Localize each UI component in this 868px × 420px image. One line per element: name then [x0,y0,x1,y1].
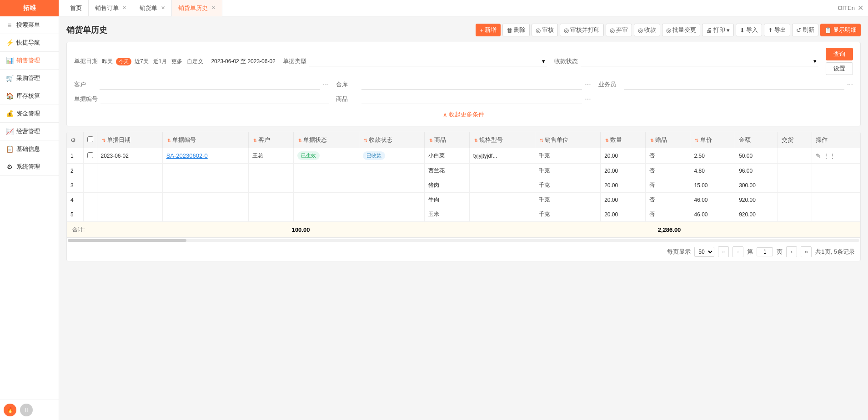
scrollbar-thumb[interactable] [68,239,186,242]
filter-warehouse-more[interactable]: ··· [585,81,591,88]
sidebar-item-purchase-mgmt[interactable]: 🛒 采购管理 [0,70,59,87]
th-unit[interactable]: ⇅ 销售单位 [535,132,600,148]
filter-date-label: 单据日期 [74,57,98,65]
sidebar: 拓维 ≡ 搜索菜单 ⚡ 快捷导航 📊 销售管理 🛒 采购管理 🏠 库存核算 💰 … [0,0,59,420]
collect-button[interactable]: ◎ 收款 [634,24,660,36]
th-qty[interactable]: ⇅ 数量 [601,132,646,148]
date-shortcut-7days[interactable]: 近7天 [133,57,150,66]
close-all-button[interactable]: ✕ [858,4,863,12]
filter-doc-type-select[interactable]: ▾ [309,56,547,66]
export-button[interactable]: ⬆ 导出 [764,24,790,36]
audit-label: 审核 [542,26,554,34]
collapse-button[interactable]: ∧ 收起更多条件 [74,109,853,120]
th-pay-status[interactable]: ⇅ 收款状态 [359,132,424,148]
abandon-icon: ◎ [610,27,615,34]
horizontal-scrollbar[interactable] [67,237,860,243]
audit-print-button[interactable]: ◎ 审核并打印 [560,24,604,36]
per-page-select[interactable]: 50 [694,247,714,257]
query-button[interactable]: 查询 [826,48,853,60]
table-settings-icon[interactable]: ⚙ [70,137,76,144]
filter-goods-more[interactable]: ··· [585,95,591,103]
filter-docno-input[interactable] [100,94,329,104]
th-date-label: 单据日期 [107,136,130,143]
th-settings[interactable]: ⚙ [67,132,83,148]
cell-qty-5: 20.00 [601,207,646,222]
date-shortcuts: 昨天 今天 近7天 近1月 更多 自定义 [100,57,205,66]
sidebar-item-quick-nav[interactable]: ⚡ 快捷导航 [0,34,59,52]
cell-paystatus-4 [359,193,424,207]
refresh-button[interactable]: ↺ 刷新 [792,24,818,36]
cell-gift-4: 否 [645,193,690,207]
cell-price-1: 2.50 [690,148,735,164]
abandon-label: 弃审 [616,26,628,34]
filter-goods-input[interactable] [361,94,582,104]
th-spec[interactable]: ⇅ 规格型号 [469,132,535,148]
batch-change-label: 批量变更 [672,26,696,34]
batch-change-button[interactable]: ◎ 批量变更 [662,24,700,36]
page-title: 销货单历史 [66,25,107,35]
tab-sales-goods[interactable]: 销货单 ✕ [133,0,172,16]
tab-home[interactable]: 首页 [64,0,89,16]
date-shortcut-more[interactable]: 更多 [170,57,184,66]
filter-salesperson-input[interactable] [624,80,844,90]
cell-trade-5 [778,207,812,222]
sidebar-item-inventory[interactable]: 🏠 库存核算 [0,87,59,105]
first-page-btn[interactable]: « [718,246,729,257]
th-customer[interactable]: ⇅ 客户 [248,132,293,148]
docno-link-1[interactable]: SA-20230602-0 [166,152,208,159]
sidebar-item-basic-info[interactable]: 📋 基础信息 [0,140,59,158]
sidebar-bottom-btn-2[interactable]: ⏸ [20,404,33,416]
prev-page-btn[interactable]: ‹ [733,246,743,257]
th-goods[interactable]: ⇅ 商品 [425,132,470,148]
next-page-btn[interactable]: › [786,246,797,257]
th-doc-status[interactable]: ⇅ 单据状态 [293,132,359,148]
filter-warehouse-input[interactable] [361,80,582,90]
tab-sales-history[interactable]: 销货单历史 ✕ [172,0,222,16]
date-range-display: 2023-06-02 至 2023-06-02 [211,58,275,65]
select-all-checkbox[interactable] [87,136,93,142]
page-label-end: 页 [777,248,783,256]
tab-sales-order-close[interactable]: ✕ [122,5,126,11]
settings-button[interactable]: 设置 [826,62,853,75]
date-shortcut-today[interactable]: 今天 [116,58,131,65]
delete-button[interactable]: 🗑 删除 [502,24,530,36]
show-detail-button[interactable]: 📋 显示明细 [820,24,861,36]
sidebar-item-sales-mgmt[interactable]: 📊 销售管理 [0,52,59,70]
sidebar-label-search-menu: 搜索菜单 [16,21,40,29]
more-icon-1[interactable]: ⋮⋮ [823,152,836,160]
sidebar-item-system[interactable]: ⚙ 系统管理 [0,158,59,176]
filter-customer-more[interactable]: ··· [323,81,329,88]
row-checkbox-1[interactable] [87,152,93,158]
sidebar-bottom-btn-1[interactable]: 🔥 [4,404,16,416]
print-button[interactable]: 🖨 打印 ▾ [702,24,734,36]
filter-salesperson-more[interactable]: ··· [847,81,853,88]
row-action-group-1: ✎ ⋮⋮ [816,152,857,160]
filter-payment-status-item: 收款状态 ▾ [554,56,818,66]
audit-button[interactable]: ◎ 审核 [532,24,558,36]
tab-sales-history-close[interactable]: ✕ [211,5,216,11]
sidebar-item-finance[interactable]: 💰 资金管理 [0,105,59,123]
edit-icon-1[interactable]: ✎ [816,152,821,160]
import-button[interactable]: ⬇ 导入 [736,24,762,36]
cell-gift-1: 否 [645,148,690,164]
date-shortcut-yesterday[interactable]: 昨天 [100,57,114,66]
filter-customer-input[interactable] [100,80,320,90]
date-shortcut-1month[interactable]: 近1月 [152,57,169,66]
sidebar-item-operations[interactable]: 📈 经营管理 [0,123,59,140]
sidebar-item-search-menu[interactable]: ≡ 搜索菜单 [0,16,59,34]
tab-sales-order[interactable]: 销售订单 ✕ [89,0,133,16]
new-button[interactable]: + 新增 [476,24,501,36]
abandon-button[interactable]: ◎ 弃审 [606,24,632,36]
th-doc-no[interactable]: ⇅ 单据编号 [162,132,248,148]
th-gift[interactable]: ⇅ 赠品 [645,132,690,148]
sort-icon-paystatus: ⇅ [364,138,367,143]
date-shortcut-custom[interactable]: 自定义 [186,57,205,66]
page-input[interactable] [757,247,773,256]
cell-docno-3 [162,178,248,193]
th-price[interactable]: ⇅ 单价 [690,132,735,148]
tab-sales-goods-close[interactable]: ✕ [161,5,165,11]
th-date[interactable]: ⇅ 单据日期 [97,132,162,148]
filter-payment-status-select[interactable]: ▾ [581,56,818,66]
import-label: 导入 [746,26,758,34]
last-page-btn[interactable]: » [801,246,812,257]
